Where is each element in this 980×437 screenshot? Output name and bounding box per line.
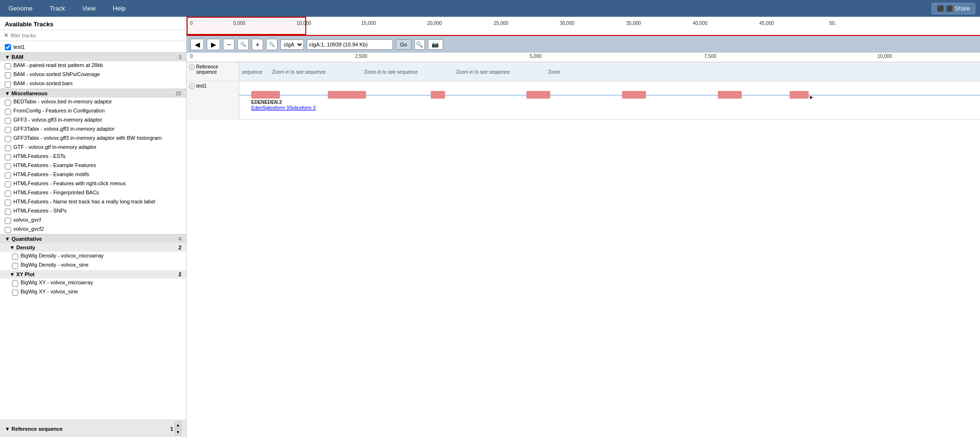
ruler-label-1: 5,000 bbox=[233, 21, 245, 26]
track-checkbox-test1[interactable] bbox=[5, 44, 11, 50]
cb-misc13[interactable] bbox=[5, 218, 11, 224]
cb-xy1[interactable] bbox=[12, 290, 18, 296]
track-checkbox-bam1[interactable] bbox=[5, 63, 11, 69]
exon-block-1[interactable] bbox=[251, 91, 280, 99]
test1-data-cell[interactable]: ► EDENEDEN.3 EdenSpliceform 3Spliceform … bbox=[239, 81, 980, 120]
section-quant[interactable]: ▼ Quantitative 4 bbox=[0, 234, 186, 243]
go-button[interactable]: Go bbox=[396, 39, 412, 50]
search-icon-button[interactable]: 🔍 bbox=[414, 39, 425, 50]
forward-button[interactable]: ▶ bbox=[207, 39, 220, 50]
track-xy-1[interactable]: BigWig XY - volvox_sine bbox=[0, 288, 186, 297]
exon-block-7[interactable] bbox=[790, 91, 809, 99]
back-button[interactable]: ◀ bbox=[190, 39, 204, 50]
label-misc13: volvox_gvcf bbox=[13, 217, 41, 223]
section-misc-count: 15 bbox=[176, 90, 181, 96]
track-misc-3[interactable]: GFF3Tabix - volvox.gff3 in-memory adapto… bbox=[0, 125, 186, 134]
screenshot-button[interactable]: 📷 bbox=[428, 39, 443, 50]
cb-density1[interactable] bbox=[12, 263, 18, 269]
cb-misc6[interactable] bbox=[5, 154, 11, 160]
track-misc-13[interactable]: volvox_gvcf bbox=[0, 216, 186, 225]
chromosome-select[interactable]: ctgA bbox=[280, 39, 304, 50]
cb-misc3[interactable] bbox=[5, 127, 11, 133]
scroll-up-arrow[interactable]: ▲ bbox=[175, 422, 181, 428]
exon-block-6[interactable] bbox=[718, 91, 742, 99]
cb-misc10[interactable] bbox=[5, 190, 11, 197]
ruler-area: 0 5,000 10,000 15,000 20,000 25,000 30,0… bbox=[187, 17, 980, 36]
track-misc-8[interactable]: HTMLFeatures - Example motifs bbox=[0, 170, 186, 179]
exon-block-2[interactable] bbox=[328, 91, 366, 99]
track-misc-0[interactable]: BEDTabix - volvox.bed in-memory adaptor bbox=[0, 98, 186, 107]
track-density-1[interactable]: BigWig Density - volvox_sine bbox=[0, 261, 186, 270]
track-bam-2[interactable]: BAM - volvox-sorted SNPs/Coverage bbox=[0, 70, 186, 79]
cb-misc5[interactable] bbox=[5, 145, 11, 151]
track-density-0[interactable]: BigWig Density - volvox_microarray bbox=[0, 252, 186, 261]
track-misc-4[interactable]: GFF3Tabix - volvox.gff3 in-memory adapto… bbox=[0, 134, 186, 143]
ref-seq-label-cell: ○ Reference sequence bbox=[187, 62, 239, 81]
track-checkbox-bam3[interactable] bbox=[5, 81, 11, 88]
exon-block-3[interactable] bbox=[431, 91, 445, 99]
zoom-in2-button[interactable]: 🔍 bbox=[266, 39, 278, 50]
cb-misc1[interactable] bbox=[5, 109, 11, 115]
cb-xy0[interactable] bbox=[12, 280, 18, 287]
gene-name-label: EDENEDEN.3 bbox=[251, 100, 282, 105]
cb-misc7[interactable] bbox=[5, 163, 11, 169]
track-bam-3[interactable]: BAM - volvox-sorted.bam bbox=[0, 79, 186, 89]
share-label: ⬛ Share bbox=[946, 5, 970, 12]
label-xy0: BigWig XY - volvox_microarray bbox=[21, 280, 93, 285]
ref-seq-expand-icon[interactable]: ○ bbox=[189, 64, 195, 70]
label-misc2: GFF3 - volvox.gff3 in-memory adaptor bbox=[13, 117, 102, 123]
share-button[interactable]: ⬛ ⬛ Share bbox=[932, 3, 975, 14]
section-misc[interactable]: ▼ Miscellaneous 15 bbox=[0, 89, 186, 98]
checked-track-test1[interactable]: test1 bbox=[0, 41, 186, 52]
splice-label-text: EdenSpliceform 3 bbox=[251, 105, 289, 111]
filter-clear-icon[interactable]: ✕ bbox=[4, 32, 9, 39]
zoom-out2-button[interactable]: 🔍 bbox=[237, 39, 249, 50]
cb-misc4[interactable] bbox=[5, 136, 11, 142]
cb-misc9[interactable] bbox=[5, 181, 11, 188]
cb-misc2[interactable] bbox=[5, 118, 11, 124]
scroll-down-arrow[interactable]: ▼ bbox=[175, 429, 181, 436]
track-misc-6[interactable]: HTMLFeatures - ESTs bbox=[0, 152, 186, 161]
track-misc-12[interactable]: HTMLFeatures - SNPs bbox=[0, 207, 186, 216]
track-misc-1[interactable]: FromConfig - Features in Configuration bbox=[0, 107, 186, 116]
track-checkbox-bam2[interactable] bbox=[5, 72, 11, 78]
gene-name2-text: EDEN.3 bbox=[265, 100, 282, 105]
track-bam-1[interactable]: BAM - paired-read test pattern at 28kb bbox=[0, 61, 186, 70]
cb-misc11[interactable] bbox=[5, 200, 11, 206]
track-misc-14[interactable]: volvox_gvcf2 bbox=[0, 225, 186, 234]
test1-expand-icon[interactable]: ○ bbox=[189, 83, 195, 89]
subsection-xy[interactable]: ▼ XY Plot 2 bbox=[0, 270, 186, 279]
location-input[interactable] bbox=[307, 39, 393, 50]
filter-input[interactable] bbox=[11, 33, 182, 38]
zoom-out-button[interactable]: − bbox=[223, 39, 234, 50]
ruler-label-3: 15,000 bbox=[361, 21, 376, 26]
test1-track-row: ○ test1 ► bbox=[187, 81, 980, 120]
track-misc-2[interactable]: GFF3 - volvox.gff3 in-memory adaptor bbox=[0, 116, 186, 125]
subsection-density[interactable]: ▼ Density 2 bbox=[0, 243, 186, 252]
cb-misc8[interactable] bbox=[5, 172, 11, 179]
cb-misc14[interactable] bbox=[5, 227, 11, 233]
track-misc-5[interactable]: GTF - volvox.gtf in-memory adaptor bbox=[0, 143, 186, 152]
menu-track[interactable]: Track bbox=[46, 3, 69, 14]
track-misc-11[interactable]: HTMLFeatures - Name test track has a rea… bbox=[0, 198, 186, 207]
cb-density0[interactable] bbox=[12, 254, 18, 260]
menu-help[interactable]: Help bbox=[109, 3, 130, 14]
track-misc-9[interactable]: HTMLFeatures - Features with right-click… bbox=[0, 179, 186, 189]
splice-label[interactable]: EdenSpliceform 3Spliceform 3 bbox=[251, 105, 316, 111]
section-quant-label: ▼ Quantitative bbox=[5, 236, 42, 242]
label-misc3: GFF3Tabix - volvox.gff3 in-memory adapto… bbox=[13, 126, 114, 132]
track-misc-7[interactable]: HTMLFeatures - Example Features bbox=[0, 161, 186, 170]
menu-genome[interactable]: Genome bbox=[5, 3, 36, 14]
track-misc-10[interactable]: HTMLFeatures - Fingerprinted BACs bbox=[0, 189, 186, 198]
cb-misc12[interactable] bbox=[5, 209, 11, 215]
ruler-label-0: 0 bbox=[190, 21, 193, 26]
menu-view[interactable]: View bbox=[78, 3, 100, 14]
zoom-in-button[interactable]: + bbox=[252, 39, 263, 50]
exon-block-5[interactable] bbox=[622, 91, 646, 99]
track-xy-0[interactable]: BigWig XY - volvox_microarray bbox=[0, 279, 186, 288]
sub-ruler-2: 5,000 bbox=[530, 54, 542, 59]
cb-misc0[interactable] bbox=[5, 100, 11, 106]
exon-block-4[interactable] bbox=[526, 91, 550, 99]
section-bam[interactable]: ▼ BAM 3 bbox=[0, 52, 186, 61]
track-label-bam3: BAM - volvox-sorted.bam bbox=[13, 80, 72, 86]
